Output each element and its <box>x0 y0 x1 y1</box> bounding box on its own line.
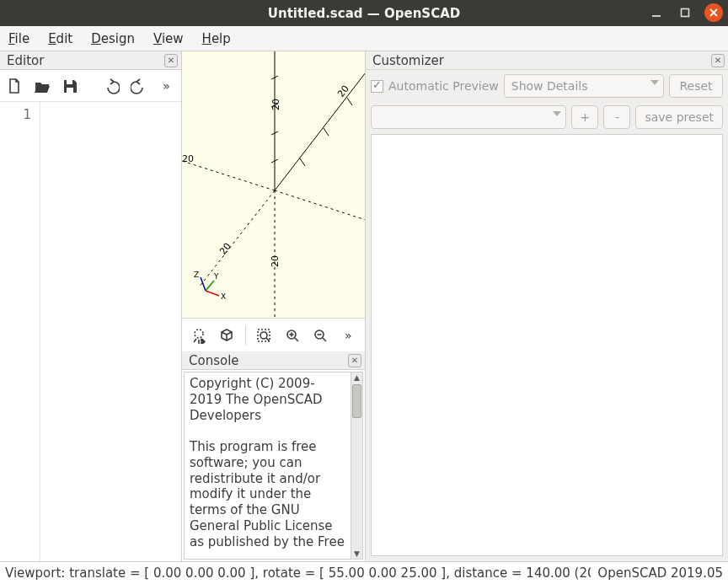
customizer-row-2: + - save preset <box>366 102 728 132</box>
svg-line-36 <box>295 338 298 341</box>
middle-column: 20 20 20 20 20 X Y Z » <box>182 51 366 561</box>
close-button[interactable] <box>704 3 723 22</box>
open-file-icon[interactable] <box>33 75 52 97</box>
scroll-thumb[interactable] <box>352 384 361 418</box>
menu-file[interactable]: File <box>5 29 33 48</box>
console-output[interactable]: Copyright (C) 2009-2019 The OpenSCAD Dev… <box>184 372 351 560</box>
chevron-down-icon <box>650 80 659 85</box>
new-file-icon[interactable] <box>5 75 24 97</box>
zoom-fit-icon[interactable] <box>254 324 274 346</box>
customizer-header: Customizer <box>366 51 728 70</box>
svg-line-24 <box>206 291 219 296</box>
status-viewport: Viewport: translate = [ 0.00 0.00 0.00 ]… <box>5 565 591 581</box>
svg-line-10 <box>182 161 275 190</box>
svg-line-11 <box>275 190 365 220</box>
svg-text:20: 20 <box>217 241 233 257</box>
code-area[interactable] <box>40 102 181 561</box>
viewport-3d[interactable]: 20 20 20 20 20 X Y Z <box>182 51 365 318</box>
console-scrollbar[interactable]: ▲ ▼ <box>351 372 363 560</box>
menu-design[interactable]: Design <box>88 29 138 48</box>
auto-preview-checkbox[interactable] <box>371 80 383 93</box>
scroll-down-icon[interactable]: ▼ <box>351 549 362 559</box>
chevron-down-icon <box>553 111 561 116</box>
editor-panel-header: Editor <box>0 51 181 70</box>
window-controls <box>647 3 723 22</box>
svg-line-26 <box>206 281 214 291</box>
console-panel: Console Copyright (C) 2009-2019 The Open… <box>182 351 365 561</box>
editor-panel: Editor » 1 <box>0 51 182 561</box>
svg-text:»: » <box>201 337 206 344</box>
reset-button[interactable]: Reset <box>669 74 723 98</box>
statusbar: Viewport: translate = [ 0.00 0.00 0.00 ]… <box>0 561 728 584</box>
add-preset-button[interactable]: + <box>571 105 598 129</box>
svg-rect-4 <box>67 80 72 84</box>
save-preset-button[interactable]: save preset <box>635 105 723 129</box>
svg-line-8 <box>275 72 365 190</box>
svg-text:20: 20 <box>270 255 281 267</box>
remove-preset-button[interactable]: - <box>603 105 630 129</box>
status-version: OpenSCAD 2019.05 <box>591 565 723 581</box>
preset-select[interactable] <box>371 105 566 129</box>
menu-view[interactable]: View <box>150 29 187 48</box>
window-titlebar: Untitled.scad — OpenSCAD <box>0 0 728 26</box>
window-title: Untitled.scad — OpenSCAD <box>268 6 460 21</box>
editor-gutter: 1 <box>0 102 40 561</box>
maximize-button[interactable] <box>676 3 694 22</box>
svg-line-16 <box>300 158 305 166</box>
viewport-toolbar: » » <box>182 318 365 351</box>
editor-body[interactable]: 1 <box>0 102 181 561</box>
svg-text:Y: Y <box>213 272 219 281</box>
viewport-overflow-icon[interactable]: » <box>339 324 358 346</box>
customizer-row-1: Automatic Preview Show Details Reset <box>366 70 728 102</box>
auto-preview-label: Automatic Preview <box>388 79 499 93</box>
customizer-title: Customizer <box>372 53 444 68</box>
redo-icon[interactable] <box>129 75 148 97</box>
show-details-select[interactable]: Show Details <box>504 74 664 98</box>
svg-text:20: 20 <box>270 99 281 110</box>
svg-text:20: 20 <box>182 153 194 164</box>
svg-rect-1 <box>682 9 689 17</box>
zoom-out-icon[interactable] <box>310 324 329 346</box>
undo-icon[interactable] <box>101 75 120 97</box>
axes-scene-icon: 20 20 20 20 20 X Y Z <box>182 51 365 318</box>
customizer-close-icon[interactable] <box>711 54 725 67</box>
render-icon[interactable] <box>217 324 236 346</box>
svg-text:Z: Z <box>194 271 199 279</box>
minimize-button[interactable] <box>647 3 666 22</box>
svg-text:X: X <box>221 292 226 301</box>
preview-icon[interactable]: » <box>189 324 208 346</box>
customizer-body <box>371 134 723 556</box>
svg-rect-5 <box>67 88 73 93</box>
zoom-in-icon[interactable] <box>282 324 302 346</box>
svg-line-18 <box>347 98 352 105</box>
console-title: Console <box>189 353 239 368</box>
toolbar-overflow-icon[interactable]: » <box>157 75 176 97</box>
svg-line-17 <box>324 128 329 136</box>
svg-text:20: 20 <box>335 83 351 99</box>
menu-help[interactable]: Help <box>199 29 234 48</box>
editor-close-icon[interactable] <box>164 54 178 67</box>
svg-line-40 <box>323 338 326 341</box>
menu-edit[interactable]: Edit <box>45 29 76 48</box>
console-close-icon[interactable] <box>348 354 361 367</box>
save-file-icon[interactable] <box>61 75 80 97</box>
svg-point-33 <box>260 332 267 339</box>
console-header: Console <box>182 351 365 370</box>
scroll-up-icon[interactable]: ▲ <box>351 372 362 383</box>
editor-panel-title: Editor <box>7 53 44 68</box>
menubar: File Edit Design View Help <box>0 26 728 51</box>
svg-line-9 <box>199 190 275 287</box>
editor-toolbar: » <box>0 70 181 102</box>
customizer-panel: Customizer Automatic Preview Show Detail… <box>366 51 728 561</box>
